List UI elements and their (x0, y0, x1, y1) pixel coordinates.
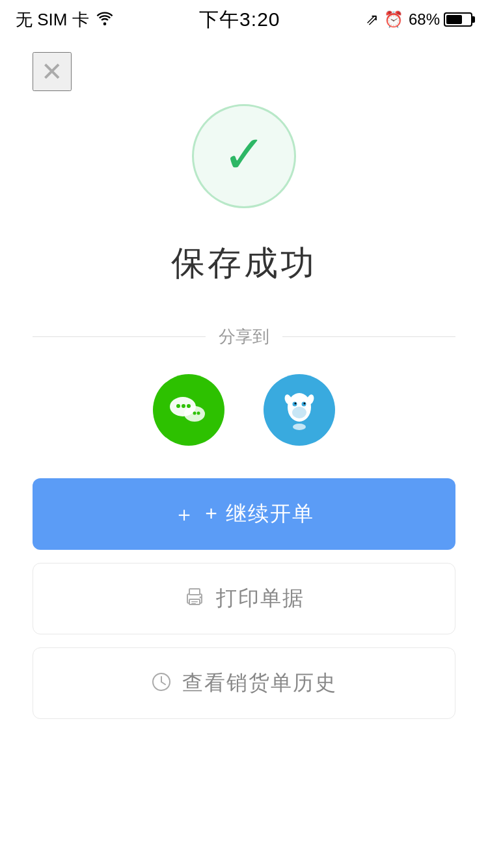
printer-icon (183, 588, 206, 610)
svg-point-12 (295, 402, 297, 404)
status-bar: 无 SIM 卡 下午3:20 ⇗ ⏰ 68% (0, 0, 488, 39)
location-icon: ⇗ (366, 10, 379, 29)
close-icon: ✕ (41, 59, 63, 85)
checkmark-icon: ✓ (223, 129, 266, 181)
plus-icon: ＋ (174, 504, 195, 524)
print-button[interactable]: 打印单据 (33, 563, 455, 634)
success-title: 保存成功 (171, 241, 317, 286)
svg-point-23 (200, 596, 202, 598)
battery-percent: 68% (409, 10, 440, 29)
share-divider: 分享到 (33, 325, 455, 348)
divider-left (33, 336, 206, 337)
main-content: ✕ ✓ 保存成功 分享到 (0, 39, 488, 868)
carrier-text: 无 SIM 卡 (16, 8, 89, 31)
wechat-icon (169, 393, 209, 427)
continue-order-button[interactable]: ＋ + 继续开单 (33, 478, 455, 550)
svg-point-7 (197, 412, 200, 415)
svg-rect-21 (191, 601, 198, 603)
print-label: 打印单据 (216, 584, 305, 613)
battery-block: 68% (409, 10, 472, 29)
svg-point-13 (304, 402, 306, 404)
svg-point-6 (193, 412, 197, 415)
svg-rect-22 (191, 603, 196, 604)
action-buttons: ＋ + 继续开单 打印单据 (33, 478, 455, 719)
success-circle: ✓ (192, 104, 296, 208)
status-left: 无 SIM 卡 (16, 8, 114, 31)
divider-right (282, 336, 455, 337)
qq-share-button[interactable] (264, 374, 335, 446)
share-section: 分享到 (33, 325, 455, 446)
wifi-icon (96, 10, 114, 30)
qq-icon (280, 389, 319, 431)
svg-rect-19 (189, 589, 200, 595)
history-button[interactable]: 查看销货单历史 (33, 647, 455, 719)
close-button[interactable]: ✕ (33, 52, 72, 91)
history-label: 查看销货单历史 (182, 669, 337, 698)
continue-order-label: + 继续开单 (205, 500, 314, 528)
svg-point-4 (187, 404, 191, 408)
share-icons (33, 374, 455, 446)
status-right: ⇗ ⏰ 68% (366, 10, 472, 29)
alarm-icon: ⏰ (384, 10, 403, 29)
wechat-share-button[interactable] (153, 374, 224, 446)
battery-icon (444, 12, 472, 27)
status-time: 下午3:20 (199, 7, 280, 33)
svg-point-2 (176, 404, 180, 408)
svg-point-9 (293, 424, 306, 430)
svg-point-15 (292, 407, 306, 418)
clock-icon (151, 671, 172, 696)
share-label: 分享到 (219, 325, 269, 348)
svg-point-3 (182, 404, 185, 408)
